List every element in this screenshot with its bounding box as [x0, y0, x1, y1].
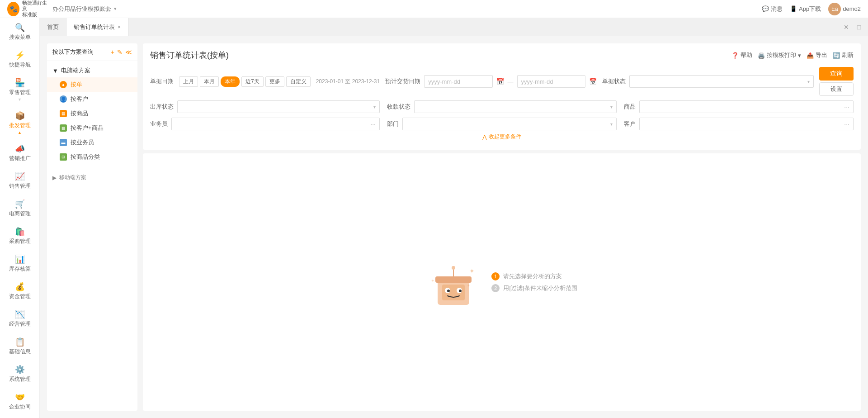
retail-icon: 🏪	[15, 78, 25, 88]
calendar-start-icon[interactable]: 📅	[496, 78, 504, 85]
empty-tip-2: 2 用[过滤]条件来缩小分析范围	[491, 284, 577, 292]
edit-schema-btn[interactable]: ✎	[117, 48, 123, 56]
collapse-arrow-icon: ⋀	[482, 134, 487, 140]
query-button[interactable]: 查询	[819, 67, 854, 81]
date-btn-this-year[interactable]: 本年	[221, 76, 240, 87]
product-select[interactable]: ···	[639, 100, 854, 113]
sidebar-item-marketing[interactable]: 📣 营销推广	[0, 139, 39, 167]
print-icon: 🖨️	[758, 52, 765, 59]
top-bar-right: 💬 消息 📱 App下载 Ea demo2	[762, 3, 861, 15]
schema-section-pc: ▼ 电脑端方案 ● 按单 👤 按客户	[47, 61, 137, 167]
customer-group: 客户 ···	[624, 118, 854, 130]
salesperson-label: 业务员	[150, 120, 168, 128]
main-container: 🔍 搜索菜单 ⚡ 快捷导航 🏪 零售管理 ▼ 📦 批发管理 ▲ 📣 营销推广	[0, 18, 868, 418]
date-btn-this-month[interactable]: 本月	[200, 76, 219, 87]
date-btn-7days[interactable]: 近7天	[241, 76, 264, 87]
date-range-text: 2023-01-01 至 2023-12-31	[316, 78, 380, 86]
help-btn[interactable]: ❓ 帮助	[731, 51, 752, 59]
customer-select[interactable]: ···	[639, 118, 854, 130]
collapse-row[interactable]: ⋀ 收起更多条件	[150, 130, 854, 143]
window-close-btn[interactable]: ✕	[841, 22, 852, 33]
delivery-date-start[interactable]	[424, 75, 492, 88]
delivery-date-end[interactable]	[517, 75, 585, 88]
empty-tips: 1 请先选择要分析的方案 2 用[过滤]条件来缩小分析范围	[491, 272, 577, 292]
date-btn-last-month[interactable]: 上月	[179, 76, 198, 87]
action-btns: 查询 设置	[819, 67, 854, 96]
window-max-btn[interactable]: □	[854, 22, 864, 33]
sidebar-item-operations[interactable]: 📉 经营管理	[0, 305, 39, 332]
tab-bar-right: ✕ □	[841, 22, 868, 33]
settings-button[interactable]: 设置	[819, 82, 854, 96]
inventory-icon: 📊	[15, 254, 25, 264]
refresh-icon: 🔄	[833, 52, 840, 59]
date-btn-more[interactable]: 更多	[265, 76, 284, 87]
wholesale-icon: 📦	[15, 111, 25, 121]
payment-status-select[interactable]: ▾	[414, 100, 617, 113]
sidebar-item-inventory[interactable]: 📊 库存核算	[0, 250, 39, 277]
print-dropdown-icon: ▾	[798, 52, 801, 59]
message-action[interactable]: 💬 消息	[762, 5, 783, 13]
calendar-end-icon[interactable]: 📅	[589, 78, 597, 85]
export-btn[interactable]: 📤 导出	[807, 51, 827, 59]
product-group: 商品 ···	[624, 100, 854, 113]
svg-text:✦: ✦	[467, 284, 470, 288]
system-icon: ⚙️	[15, 365, 25, 375]
order-status-select[interactable]: ▾	[629, 75, 814, 88]
marketing-icon: 📣	[15, 144, 25, 154]
order-status-group: 单据状态 ▾	[602, 75, 814, 88]
sidebar-item-finance[interactable]: 💰 资金管理	[0, 277, 39, 305]
schema-item-by-salesperson[interactable]: ▬ 按业务员	[47, 135, 137, 150]
basics-icon: 📋	[15, 337, 25, 347]
sidebar-item-sales[interactable]: 📈 销售管理	[0, 167, 39, 195]
schema-item-by-customer-product[interactable]: ▦ 按客户+商品	[47, 121, 137, 135]
salesperson-ellipsis[interactable]: ···	[370, 120, 376, 128]
svg-point-5	[447, 290, 450, 292]
tab-close-btn[interactable]: ×	[118, 24, 121, 30]
date-btn-custom[interactable]: 自定义	[286, 76, 311, 87]
schema-item-by-order[interactable]: ● 按单	[47, 77, 137, 92]
content-area: 首页 销售订单统计表 × ✕ □ 按以下方案查询	[40, 18, 868, 418]
print-btn[interactable]: 🖨️ 按模板打印 ▾	[758, 51, 801, 59]
salesperson-select[interactable]: ···	[171, 118, 380, 130]
payment-status-label: 收款状态	[387, 103, 410, 111]
pc-group-header[interactable]: ▼ 电脑端方案	[47, 64, 137, 77]
department-select[interactable]: ▾	[402, 118, 617, 130]
schema-item-by-product-category[interactable]: ⊞ 按商品分类	[47, 150, 137, 164]
tab-home[interactable]: 首页	[40, 18, 66, 36]
sidebar-item-retail[interactable]: 🏪 零售管理 ▼	[0, 73, 39, 106]
add-schema-btn[interactable]: +	[111, 48, 114, 56]
sidebar-item-ecommerce[interactable]: 🛒 电商管理	[0, 195, 39, 222]
shipping-status-group: 出库状态 ▾	[150, 100, 380, 113]
wholesale-arrow: ▲	[18, 130, 22, 135]
sales-icon: 📈	[15, 171, 25, 181]
sidebar-item-system[interactable]: ⚙️ 系统管理	[0, 360, 39, 388]
schema-item-by-customer[interactable]: 👤 按客户	[47, 92, 137, 106]
tab-active[interactable]: 销售订单统计表 ×	[66, 18, 128, 36]
sidebar-item-purchase[interactable]: 🛍️ 采购管理	[0, 222, 39, 250]
sidebar-item-enterprise[interactable]: 🤝 企业协同	[0, 388, 39, 415]
department-label: 部门	[387, 120, 399, 128]
product-ellipsis[interactable]: ···	[844, 103, 849, 110]
help-icon: ❓	[731, 52, 739, 59]
app-download-action[interactable]: 📱 App下载	[790, 5, 821, 13]
sidebar-item-shortcuts[interactable]: ⚡ 快捷导航	[0, 46, 39, 73]
tab-bar: 首页 销售订单统计表 × ✕ □	[40, 18, 868, 36]
dropdown-icon[interactable]: ▾	[114, 6, 117, 12]
sidebar-item-newbie[interactable]: 🎯 新手引导	[0, 415, 39, 418]
schema-item-by-product[interactable]: ▦ 按商品	[47, 106, 137, 121]
by-customer-product-icon: ▦	[60, 124, 67, 132]
logo-text: 畅捷通好生意 标准版	[22, 0, 47, 18]
search-icon: 🔍	[15, 23, 25, 33]
empty-illustration: ✦ ✦ ✦ 1 请先选择要分析的方案	[426, 255, 577, 309]
payment-status-group: 收款状态 ▾	[387, 100, 617, 113]
collapse-panel-btn[interactable]: ≪	[125, 48, 132, 56]
top-bar-title: 办公用品行业模拟账套	[52, 5, 111, 13]
sidebar-item-search[interactable]: 🔍 搜索菜单	[0, 18, 39, 46]
shipping-status-select[interactable]: ▾	[177, 100, 380, 113]
sidebar-item-wholesale[interactable]: 📦 批发管理 ▲	[0, 106, 39, 139]
mobile-group-header[interactable]: ▶ 移动端方案	[47, 171, 137, 184]
customer-ellipsis[interactable]: ···	[844, 120, 849, 128]
sidebar-item-basics[interactable]: 📋 基础信息	[0, 332, 39, 360]
user-profile[interactable]: Ea demo2	[828, 3, 861, 15]
refresh-btn[interactable]: 🔄 刷新	[833, 51, 854, 59]
